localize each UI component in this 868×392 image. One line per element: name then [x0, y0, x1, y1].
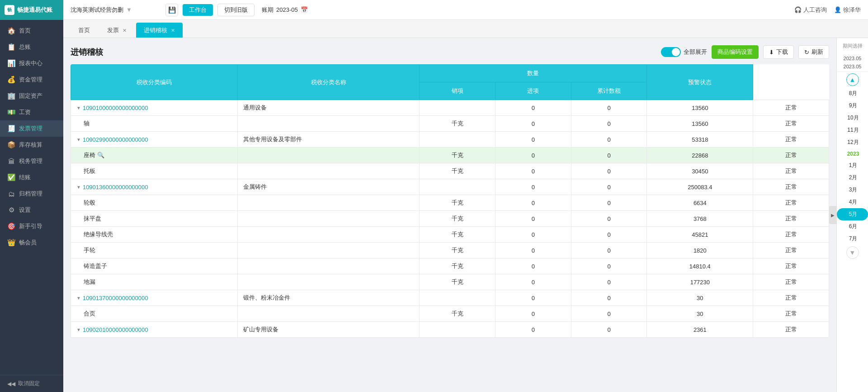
sidebar-item-设置[interactable]: ⚙设置 [0, 202, 63, 218]
cell-jin: 0 [571, 163, 647, 179]
cell-jin: 0 [571, 211, 647, 227]
cell-unit [420, 132, 495, 148]
nav-label: 新手引导 [19, 222, 42, 230]
tab-首页[interactable]: 首页 [71, 23, 98, 38]
cell-name [237, 211, 419, 227]
nav-icon: 🏛 [7, 158, 15, 165]
table-row: 轮毂 千克 0 0 6634 正常 [71, 195, 829, 211]
sidebar-item-首页[interactable]: 🏠首页 [0, 23, 63, 39]
company-dropdown-icon[interactable]: ▼ [126, 6, 132, 13]
table-row: 地漏 千克 0 0 177230 正常 [71, 274, 829, 290]
cell-jin: 0 [571, 148, 647, 163]
data-table-wrap: 税收分类编码 税收分类名称 数量 预警状态 销项 进项 累计数额 ▼109010… [71, 64, 829, 385]
nav-label: 首页 [19, 27, 31, 35]
sidebar-item-库存核算[interactable]: 📦库存核算 [0, 137, 63, 153]
nav-icon: 📦 [7, 141, 15, 149]
period-month-item[interactable]: 10月 [837, 112, 868, 124]
period-month-item[interactable]: 2月 [837, 172, 868, 184]
period-month-item[interactable]: 2023 [837, 148, 868, 159]
sidebar-item-资金管理[interactable]: 💰资金管理 [0, 72, 63, 88]
cell-status: 正常 [753, 274, 829, 290]
expand-toggle[interactable]: 全部展开 [661, 47, 707, 57]
cell-status: 正常 [753, 163, 829, 179]
toggle-switch[interactable] [661, 47, 681, 57]
period-month-item[interactable]: 7月 [837, 233, 868, 245]
sidebar-item-新手引导[interactable]: 🎯新手引导 [0, 218, 63, 234]
cell-total: 2361 [647, 322, 753, 338]
nav-label: 资金管理 [19, 76, 42, 84]
period-month-item[interactable]: 5月 [837, 208, 868, 220]
table-row: 合页 千克 0 0 30 正常 [71, 306, 829, 322]
period-month-item[interactable]: 11月 [837, 124, 868, 136]
cell-status: 正常 [753, 227, 829, 243]
nav-icon: ✅ [7, 173, 15, 182]
tab-发票[interactable]: 发票✕ [99, 23, 134, 38]
panel-toggle-btn[interactable]: ▶ [829, 206, 836, 224]
period-month-item[interactable]: 12月 [837, 136, 868, 148]
sidebar-item-税务管理[interactable]: 🏛税务管理 [0, 153, 63, 169]
cell-total: 22868 [647, 148, 753, 163]
cell-name: 通用设备 [237, 100, 419, 116]
period-value: 2023-05 [276, 6, 298, 13]
cell-total: 30 [647, 306, 753, 322]
nav-label: 固定资产 [19, 92, 42, 100]
sidebar-item-发票管理[interactable]: 🧾发票管理 [0, 120, 63, 137]
cell-status: 正常 [753, 243, 829, 258]
cell-name [237, 195, 419, 211]
period-down-btn[interactable]: ▼ [846, 246, 859, 259]
cell-xiao: 0 [495, 274, 571, 290]
nav-icon: 👑 [7, 239, 15, 247]
cell-code: ▼10901000000000000000 [71, 100, 238, 116]
th-status: 预警状态 [647, 65, 753, 100]
refresh-button[interactable]: ↻ 刷新 [798, 45, 829, 59]
nav-icon: 📋 [7, 43, 15, 51]
sidebar-footer[interactable]: ◀◀ 取消固定 [0, 375, 63, 392]
sidebar-item-畅会员[interactable]: 👑畅会员 [0, 234, 63, 251]
cell-jin: 0 [571, 179, 647, 195]
period-month-item[interactable]: 1月 [837, 159, 868, 172]
cell-xiao: 0 [495, 195, 571, 211]
th-total: 累计数额 [571, 82, 647, 100]
period-month-item[interactable]: 8月 [837, 87, 868, 100]
tab-close-icon[interactable]: ✕ [171, 28, 175, 33]
search-icon[interactable]: 🔍 [97, 152, 104, 158]
tree-arrow: ▼ [76, 137, 81, 142]
save-btn[interactable]: 💾 [165, 4, 178, 16]
period-month-item[interactable]: 4月 [837, 196, 868, 208]
sidebar-item-归档管理[interactable]: 🗂归档管理 [0, 186, 63, 202]
workbench-button[interactable]: 工作台 [183, 4, 213, 16]
pin-icon: ◀◀ [7, 381, 15, 387]
period-month-item[interactable]: 3月 [837, 184, 868, 196]
period-up-btn[interactable]: ▲ [846, 73, 859, 86]
sidebar-item-结账[interactable]: ✅结账 [0, 169, 63, 186]
table-row: ▼10902010000000000000 矿山专用设备 0 0 2361 正常 [71, 322, 829, 338]
user-menu[interactable]: 👤 徐泽华 [834, 6, 861, 14]
setting-button[interactable]: 商品编码设置 [712, 45, 759, 59]
cell-status: 正常 [753, 132, 829, 148]
period-month-item[interactable]: 9月 [837, 100, 868, 112]
cell-unit: 千克 [420, 116, 495, 132]
period-month-item[interactable]: 6月 [837, 220, 868, 233]
download-button[interactable]: ⬇ 下载 [763, 45, 794, 59]
support-btn[interactable]: 🎧 人工咨询 [794, 6, 827, 14]
nav-label: 工资 [19, 108, 31, 116]
switch-version-button[interactable]: 切到旧版 [217, 4, 255, 16]
sidebar-item-总账[interactable]: 📋总账 [0, 39, 63, 55]
calendar-icon[interactable]: 📅 [301, 6, 308, 13]
period-selector[interactable]: 账期 2023-05 📅 [262, 6, 308, 14]
cell-xiao: 0 [495, 100, 571, 116]
tab-label: 进销稽核 [144, 26, 167, 34]
tab-进销稽核[interactable]: 进销稽核✕ [136, 23, 183, 38]
cell-name: 金属铸件 [237, 179, 419, 195]
sidebar-item-工资[interactable]: 💵工资 [0, 104, 63, 120]
cell-total: 6634 [647, 195, 753, 211]
th-jin: 进项 [495, 82, 571, 100]
cell-name [237, 148, 419, 163]
logo: 畅 畅捷通易代账 [0, 0, 63, 20]
company-selector[interactable]: 沈海英测试经营勿删 ▼ [71, 6, 161, 14]
cell-unit [420, 322, 495, 338]
cell-xiao: 0 [495, 163, 571, 179]
sidebar-item-报表中心[interactable]: 📊报表中心 [0, 55, 63, 72]
sidebar-item-固定资产[interactable]: 🏢固定资产 [0, 88, 63, 104]
tab-close-icon[interactable]: ✕ [123, 28, 127, 33]
